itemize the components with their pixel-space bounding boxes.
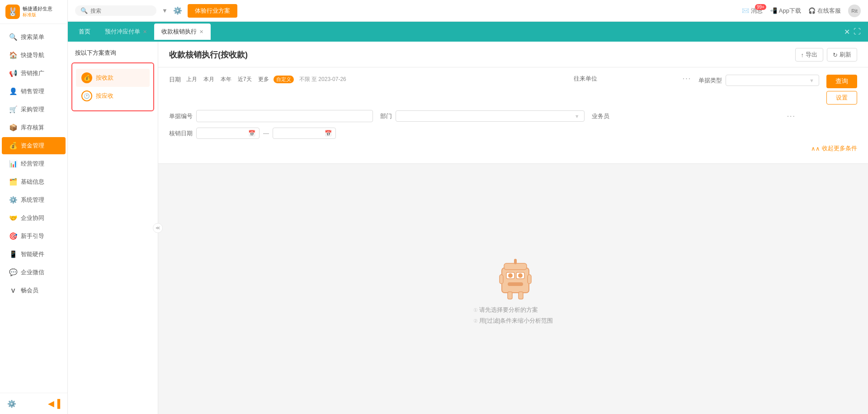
message-badge[interactable]: ✉️ 消息 99+ (742, 7, 763, 15)
settings-icon[interactable]: ⚙️ (7, 400, 16, 408)
dept-input[interactable] (401, 113, 571, 119)
page-actions: ↑ 导出 ↻ 刷新 (795, 48, 858, 62)
sidebar-item-label: 营销推广 (21, 69, 44, 77)
tab-home[interactable]: 首页 (71, 24, 98, 40)
sidebar-item-wechat[interactable]: 💬 企业微信 (2, 264, 66, 281)
sidebar-item-label: 智能硬件 (21, 250, 44, 258)
doc-type-input[interactable] (731, 77, 807, 84)
date-more[interactable]: 更多 (256, 75, 271, 84)
app-icon: 📲 (770, 7, 777, 14)
receipt-icon: 💰 (81, 72, 92, 83)
collapse-sidebar-btn[interactable]: ◀▐ (48, 399, 60, 409)
date-this-month[interactable]: 本月 (202, 75, 216, 84)
sidebar-item-inventory[interactable]: 📦 库存核算 (2, 119, 66, 136)
wechat-icon: 💬 (9, 268, 17, 276)
refresh-button[interactable]: ↻ 刷新 (827, 48, 857, 62)
dept-dropdown[interactable]: ▼ (396, 110, 584, 122)
date-this-year[interactable]: 本年 (219, 75, 233, 84)
user-avatar[interactable]: Rit (848, 5, 861, 17)
date-label: 日期 (169, 76, 181, 84)
sidebar-item-system[interactable]: ⚙️ 系统管理 (2, 191, 66, 209)
topbar-actions: ✉️ 消息 99+ 📲 App下载 🎧 在线客服 Rit (742, 5, 861, 17)
sidebar-item-label: 资金管理 (21, 142, 44, 150)
solution-button[interactable]: 体验行业方案 (188, 4, 237, 18)
username: Rit (851, 8, 857, 14)
app-version: 标准版 (23, 12, 52, 18)
topbar-search-box[interactable]: 🔍 (75, 5, 156, 16)
main-area: 🔍 ▼ ⚙️ 体验行业方案 ✉️ 消息 99+ 📲 App下载 🎧 在线客服 R… (68, 0, 868, 414)
settings-gear-icon[interactable]: ⚙️ (173, 6, 182, 15)
date-no-limit: 不限 至 2023-07-26 (299, 76, 346, 83)
calendar-end-icon[interactable]: 📅 (325, 130, 332, 137)
tab-prepay-close[interactable]: ✕ (143, 29, 147, 35)
tab-receivables-label: 收款核销执行 (161, 28, 197, 36)
sidebar-item-quicknav[interactable]: 🏠 快捷导航 (2, 47, 66, 64)
doc-type-dropdown[interactable]: ▼ (726, 75, 819, 86)
home-icon: 🏠 (9, 51, 17, 59)
receivable-icon: 🕐 (81, 90, 92, 101)
sidebar-item-label: 采购管理 (21, 105, 44, 114)
sidebar-item-sales[interactable]: 👤 销售管理 (2, 83, 66, 100)
online-service-btn[interactable]: 🎧 在线客服 (808, 7, 841, 15)
topbar: 🔍 ▼ ⚙️ 体验行业方案 ✉️ 消息 99+ 📲 App下载 🎧 在线客服 R… (68, 0, 868, 22)
sidebar-item-newbie[interactable]: 🎯 新手引导 (2, 228, 66, 245)
sidebar-nav: 🔍 搜索菜单 🏠 快捷导航 📢 营销推广 👤 销售管理 🛒 采购管理 📦 库存核… (0, 24, 67, 393)
verify-date-start-input[interactable]: 2023-03-01 (200, 130, 245, 137)
sidebar-item-marketing[interactable]: 📢 营销推广 (2, 65, 66, 82)
sidebar-item-basic[interactable]: 🗂️ 基础信息 (2, 173, 66, 190)
verify-date-end-field[interactable]: 2023-07-21 📅 (273, 128, 336, 139)
app-name: 畅捷通好生意 (23, 5, 52, 12)
receipt-label: 按收款 (96, 74, 113, 82)
tab-receivables-close[interactable]: ✕ (199, 29, 203, 35)
doc-no-input[interactable] (196, 110, 373, 122)
sidebar: 🐰 畅捷通好生意 标准版 🔍 搜索菜单 🏠 快捷导航 📢 营销推广 👤 销售管理… (0, 0, 68, 414)
sidebar-item-label: 畅会员 (21, 286, 38, 295)
date-7days[interactable]: 近7天 (236, 75, 254, 84)
query-options-box: 💰 按收款 🕐 按应收 (71, 62, 154, 111)
settings-button[interactable]: 设置 (826, 91, 857, 105)
verify-date-start-field[interactable]: 2023-03-01 📅 (196, 128, 259, 139)
query-by-receivable[interactable]: 🕐 按应收 (76, 87, 150, 105)
date-last-month[interactable]: 上月 (184, 75, 199, 84)
sidebar-item-hardware[interactable]: 📱 智能硬件 (2, 246, 66, 263)
left-panel-title: 按以下方案查询 (71, 49, 154, 57)
partner-dots-btn[interactable]: ··· (683, 75, 691, 83)
query-by-receipt[interactable]: 💰 按收款 (76, 69, 150, 87)
inventory-icon: 📦 (9, 124, 17, 132)
tab-home-label: 首页 (79, 28, 90, 36)
doc-no-label: 单据编号 (169, 112, 193, 120)
right-panel: 收款核销执行(按收款) ↑ 导出 ↻ 刷新 (158, 42, 868, 414)
dropdown-arrow-icon: ▼ (809, 78, 814, 83)
tab-prepay[interactable]: 预付冲应付单 ✕ (98, 24, 154, 40)
sidebar-item-finance[interactable]: 💰 资金管理 (2, 137, 66, 154)
collapse-conditions-btn[interactable]: ∧∧ 收起更多条件 (169, 141, 857, 156)
partner-label: 往来单位 (574, 75, 597, 83)
finance-icon: 💰 (9, 142, 17, 150)
dept-label: 部门 (380, 112, 392, 120)
sidebar-item-enterprise[interactable]: 🤝 企业协同 (2, 209, 66, 227)
sidebar-item-operation[interactable]: 📊 经营管理 (2, 155, 66, 172)
tab-maximize-btn[interactable]: ⛶ (854, 28, 861, 36)
refresh-icon: ↻ (833, 52, 838, 58)
search-input[interactable] (90, 8, 145, 14)
date-custom-tag[interactable]: 自定义 (274, 76, 294, 83)
staff-dots-btn[interactable]: ··· (787, 112, 796, 120)
app-download-btn[interactable]: 📲 App下载 (770, 7, 801, 15)
tab-close-window-btn[interactable]: ✕ (844, 28, 850, 36)
dropdown-arrow-icon[interactable]: ▼ (162, 7, 168, 14)
svg-point-3 (508, 273, 513, 278)
query-button[interactable]: 查询 (826, 75, 857, 88)
sidebar-item-label: 销售管理 (21, 87, 44, 95)
purchase-icon: 🛒 (9, 105, 17, 114)
export-button[interactable]: ↑ 导出 (795, 48, 824, 62)
sidebar-item-purchase[interactable]: 🛒 采购管理 (2, 101, 66, 118)
collapse-left-panel-btn[interactable]: ≪ (153, 223, 163, 233)
logo-icon: 🐰 (5, 5, 20, 19)
tab-prepay-label: 预付冲应付单 (105, 28, 140, 36)
sidebar-item-search[interactable]: 🔍 搜索菜单 (2, 29, 66, 46)
tab-receivables[interactable]: 收款核销执行 ✕ (154, 24, 211, 40)
sidebar-item-member[interactable]: V 畅会员 (2, 282, 66, 299)
verify-date-end-input[interactable]: 2023-07-21 (277, 130, 322, 137)
basic-icon: 🗂️ (9, 178, 17, 186)
calendar-start-icon[interactable]: 📅 (248, 130, 255, 137)
